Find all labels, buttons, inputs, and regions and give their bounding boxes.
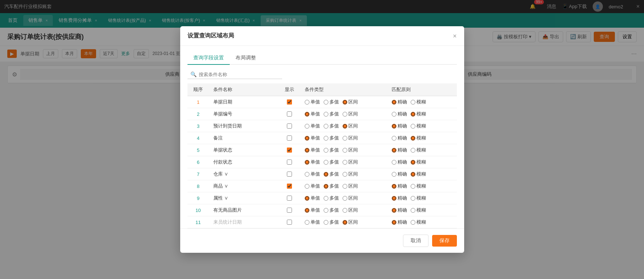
ctype-radio-单值[interactable] bbox=[305, 136, 309, 141]
ctype-radio-区间[interactable] bbox=[343, 172, 347, 177]
ctype-radio-单值[interactable] bbox=[305, 160, 309, 165]
cell-order: 1 bbox=[187, 96, 209, 108]
match-radio-精确[interactable] bbox=[392, 160, 396, 165]
display-checkbox[interactable] bbox=[287, 208, 292, 213]
display-checkbox[interactable] bbox=[287, 99, 292, 105]
match-radio-精确[interactable] bbox=[392, 196, 396, 201]
ctype-radio-单值[interactable] bbox=[305, 220, 309, 225]
ctype-radio-区间[interactable] bbox=[343, 220, 347, 225]
cell-order: 3 bbox=[187, 120, 209, 132]
modal-search-box: 🔍 bbox=[187, 70, 282, 79]
cell-condition-name: 单据编号 bbox=[209, 108, 278, 120]
th-display: 显示 bbox=[278, 83, 300, 96]
search-input[interactable] bbox=[199, 72, 279, 77]
ctype-radio-多值[interactable] bbox=[324, 148, 328, 153]
match-radio-精确[interactable] bbox=[392, 184, 396, 189]
cell-match-rule: 精确模糊 bbox=[387, 168, 457, 180]
ctype-radio-单值[interactable] bbox=[305, 124, 309, 129]
cell-condition-name: 有无商品图片 bbox=[209, 204, 278, 216]
display-checkbox[interactable] bbox=[287, 123, 292, 129]
cell-condition-type: 单值多值区间 bbox=[300, 156, 387, 168]
modal-body: 查询字段设置 布局调整 🔍 顺序 条件名称 显示 bbox=[180, 46, 464, 228]
ctype-radio-单值[interactable] bbox=[305, 184, 309, 189]
match-radio-精确[interactable] bbox=[392, 100, 396, 105]
cancel-btn[interactable]: 取消 bbox=[403, 235, 428, 247]
cell-condition-type: 单值多值区间 bbox=[300, 216, 387, 228]
match-radio-精确[interactable] bbox=[392, 112, 396, 117]
display-checkbox[interactable] bbox=[287, 184, 292, 189]
display-checkbox[interactable] bbox=[287, 160, 292, 165]
ctype-radio-区间[interactable] bbox=[343, 100, 347, 105]
display-checkbox[interactable] bbox=[287, 172, 292, 177]
ctype-radio-单值[interactable] bbox=[305, 196, 309, 201]
match-radio-模糊[interactable] bbox=[411, 160, 415, 165]
ctype-radio-单值[interactable] bbox=[305, 172, 309, 177]
table-row: 11来员统计日期单值多值区间精确模糊 bbox=[187, 216, 457, 228]
modal-close-btn[interactable]: × bbox=[453, 33, 457, 39]
cell-display bbox=[278, 192, 300, 204]
match-radio-模糊[interactable] bbox=[411, 196, 415, 201]
match-radio-精确[interactable] bbox=[392, 172, 396, 177]
match-radio-模糊[interactable] bbox=[411, 220, 415, 225]
ctype-radio-多值[interactable] bbox=[324, 172, 328, 177]
match-radio-模糊[interactable] bbox=[411, 136, 415, 141]
ctype-radio-多值[interactable] bbox=[324, 184, 328, 189]
save-btn[interactable]: 保存 bbox=[432, 235, 457, 247]
ctype-radio-多值[interactable] bbox=[324, 160, 328, 165]
match-radio-模糊[interactable] bbox=[411, 172, 415, 177]
ctype-radio-多值[interactable] bbox=[324, 112, 328, 117]
match-radio-模糊[interactable] bbox=[411, 112, 415, 117]
display-checkbox[interactable] bbox=[287, 220, 292, 225]
cell-order: 5 bbox=[187, 144, 209, 156]
display-checkbox[interactable] bbox=[287, 196, 292, 201]
ctype-radio-区间[interactable] bbox=[343, 184, 347, 189]
modal-tab-layout[interactable]: 布局调整 bbox=[230, 52, 262, 65]
table-row: 1单据日期单值多值区间精确模糊 bbox=[187, 96, 457, 108]
ctype-radio-多值[interactable] bbox=[324, 220, 328, 225]
cell-display bbox=[278, 108, 300, 120]
match-radio-精确[interactable] bbox=[392, 148, 396, 153]
ctype-radio-单值[interactable] bbox=[305, 148, 309, 153]
ctype-radio-区间[interactable] bbox=[343, 160, 347, 165]
cell-display bbox=[278, 156, 300, 168]
display-checkbox[interactable] bbox=[287, 148, 292, 153]
modal-tab-query-fields-label: 查询字段设置 bbox=[193, 55, 224, 60]
table-row: 4备注单值多值区间精确模糊 bbox=[187, 132, 457, 144]
cell-match-rule: 精确模糊 bbox=[387, 192, 457, 204]
display-checkbox[interactable] bbox=[287, 135, 292, 141]
match-radio-模糊[interactable] bbox=[411, 148, 415, 153]
match-radio-精确[interactable] bbox=[392, 136, 396, 141]
table-row: 10有无商品图片单值多值区间精确模糊 bbox=[187, 204, 457, 216]
ctype-radio-区间[interactable] bbox=[343, 196, 347, 201]
cell-display bbox=[278, 216, 300, 228]
cell-display bbox=[278, 168, 300, 180]
ctype-radio-多值[interactable] bbox=[324, 124, 328, 129]
match-radio-模糊[interactable] bbox=[411, 100, 415, 105]
ctype-radio-多值[interactable] bbox=[324, 136, 328, 141]
match-radio-精确[interactable] bbox=[392, 124, 396, 129]
cell-order: 7 bbox=[187, 168, 209, 180]
match-radio-精确[interactable] bbox=[392, 220, 396, 225]
ctype-radio-区间[interactable] bbox=[343, 208, 347, 213]
cell-condition-name: 商品 ∨ bbox=[209, 180, 278, 192]
ctype-radio-区间[interactable] bbox=[343, 112, 347, 117]
match-radio-精确[interactable] bbox=[392, 208, 396, 213]
ctype-radio-单值[interactable] bbox=[305, 112, 309, 117]
cell-condition-type: 单值多值区间 bbox=[300, 168, 387, 180]
ctype-radio-单值[interactable] bbox=[305, 100, 309, 105]
ctype-radio-单值[interactable] bbox=[305, 208, 309, 213]
ctype-radio-多值[interactable] bbox=[324, 100, 328, 105]
ctype-radio-区间[interactable] bbox=[343, 124, 347, 129]
match-radio-模糊[interactable] bbox=[411, 124, 415, 129]
cell-condition-name: 单据状态 bbox=[209, 144, 278, 156]
display-checkbox[interactable] bbox=[287, 111, 292, 117]
modal-tab-query-fields[interactable]: 查询字段设置 bbox=[187, 52, 230, 65]
ctype-radio-多值[interactable] bbox=[324, 196, 328, 201]
modal-tabs: 查询字段设置 布局调整 bbox=[187, 52, 457, 65]
ctype-radio-区间[interactable] bbox=[343, 136, 347, 141]
match-radio-模糊[interactable] bbox=[411, 208, 415, 213]
th-order: 顺序 bbox=[187, 83, 209, 96]
ctype-radio-多值[interactable] bbox=[324, 208, 328, 213]
ctype-radio-区间[interactable] bbox=[343, 148, 347, 153]
match-radio-模糊[interactable] bbox=[411, 184, 415, 189]
